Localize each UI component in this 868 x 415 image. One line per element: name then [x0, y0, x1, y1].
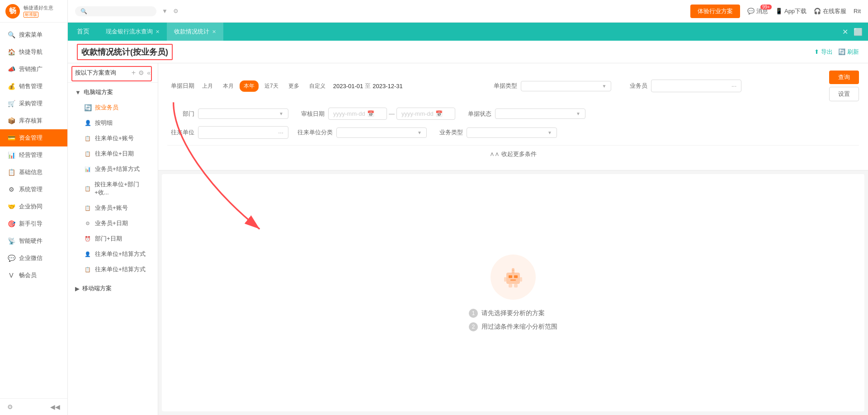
partner-category-label: 往来单位分类	[297, 128, 333, 137]
date-tag-group: 上月 本月 本年 近7天 更多 自定义	[198, 80, 330, 92]
scheme-item-partner-dept-collect[interactable]: 📋 按往来单位+部门+收...	[68, 177, 158, 200]
scheme-item-partner-settlement2[interactable]: 📋 往来单位+结算方式	[68, 262, 158, 277]
date-tag-more[interactable]: 更多	[284, 80, 303, 92]
scheme-item-salesperson-settlement[interactable]: 📊 业务员+结算方式	[68, 161, 158, 177]
search-bar-icon: 🔍	[80, 8, 87, 14]
empty-tips: 1 请先选择要分析的方案 2 用过滤条件来缩小分析范围	[469, 309, 557, 331]
sidebar-footer: ⚙ ◀◀	[0, 398, 67, 415]
date-tag-7days[interactable]: 近7天	[260, 80, 283, 92]
audit-date-end-input[interactable]: yyyy-mm-dd 📅	[396, 108, 455, 120]
user-avatar[interactable]: Rit	[854, 8, 861, 14]
trial-button[interactable]: 体验行业方案	[690, 5, 740, 18]
sidebar-item-inventory[interactable]: 📦 库存核算	[0, 112, 67, 129]
date-label: 单据日期	[167, 82, 194, 90]
collapse-more-conditions[interactable]: ∧∧ 收起更多条件	[167, 145, 859, 163]
date-tag-custom[interactable]: 自定义	[305, 80, 330, 92]
sidebar-item-operations[interactable]: 📊 经营管理	[0, 146, 67, 164]
sidebar-item-system[interactable]: ⚙ 系统管理	[0, 181, 67, 198]
tab-bank-flow[interactable]: 现金银行流水查询 ✕	[99, 23, 167, 41]
sidebar-item-member[interactable]: V 畅会员	[0, 267, 67, 284]
dept-select[interactable]: ▼	[198, 108, 288, 119]
form-row-3: 往来单位 ··· 往来单位分类 ▼	[167, 126, 859, 139]
dropdown-arrow-icon[interactable]: ▼	[162, 8, 168, 14]
date-tag-this-month[interactable]: 本月	[219, 80, 238, 92]
settings-footer-icon[interactable]: ⚙	[7, 403, 13, 410]
doc-status-form-item: 单据状态 ▼	[464, 108, 585, 119]
scheme-section-mobile: ▶ 移动端方案	[68, 279, 158, 298]
biz-type-dropdown-icon: ▼	[547, 130, 552, 135]
doc-type-select[interactable]: ▼	[521, 81, 611, 91]
tab-home[interactable]: 首页	[68, 23, 99, 41]
scheme-section-desktop-header[interactable]: ▼ 电脑端方案	[68, 85, 158, 100]
scheme-section-mobile-header[interactable]: ▶ 移动端方案	[68, 281, 158, 296]
maximize-icon[interactable]: ⬜	[854, 28, 863, 36]
sidebar-item-guide[interactable]: 🎯 新手引导	[0, 215, 67, 232]
scheme-add-icon[interactable]: +	[132, 69, 136, 77]
content-area: 按以下方案查询 + ⚙ « ▼ 电脑端方案 🔄	[68, 63, 868, 415]
sidebar-item-search[interactable]: 🔍 搜索菜单	[0, 26, 67, 43]
sidebar-item-quicknav[interactable]: 🏠 快捷导航	[0, 43, 67, 61]
partner-category-form-item: 往来单位分类 ▼	[297, 127, 427, 138]
scheme-item-partner-account[interactable]: 📋 往来单位+账号	[68, 131, 158, 146]
date-end-value: 2023-12-31	[373, 83, 403, 90]
sidebar-item-sales[interactable]: 💰 销售管理	[0, 78, 67, 95]
scheme-settings-icon[interactable]: ⚙	[138, 69, 144, 76]
export-button[interactable]: ⬆ 导出	[814, 48, 833, 56]
empty-icon	[491, 255, 536, 300]
logo-area: 畅 畅捷通好生意 标准版	[0, 0, 67, 23]
app-download-item[interactable]: 📱 App下载	[775, 7, 807, 15]
logo-text: 畅捷通好生意 标准版	[24, 5, 53, 18]
scheme-item-salesperson-date[interactable]: ⚙ 业务员+日期	[68, 216, 158, 231]
audit-date-start-input[interactable]: yyyy-mm-dd 📅	[328, 108, 387, 120]
biz-type-select[interactable]: ▼	[467, 127, 557, 138]
date-form-item: 单据日期 上月 本月 本年 近7天 更多 自定义 2023-01-01	[167, 80, 403, 92]
expand-icon: ▼	[75, 89, 81, 96]
scheme-item-by-detail[interactable]: 👤 按明细	[68, 115, 158, 131]
sidebar-item-finance[interactable]: 💳 资金管理	[0, 129, 67, 146]
scheme-item-by-salesperson[interactable]: 🔄 按业务员	[68, 100, 158, 115]
sidebar-item-basicinfo[interactable]: 📋 基础信息	[0, 164, 67, 181]
settings-button[interactable]: 设置	[829, 87, 859, 101]
tab-close-bank-flow[interactable]: ✕	[156, 29, 160, 35]
guide-icon: 🎯	[7, 220, 15, 228]
message-icon: 💬	[747, 8, 755, 14]
member-icon: V	[7, 271, 15, 279]
online-service-item[interactable]: 🎧 在线客服	[814, 7, 846, 15]
refresh-button[interactable]: 🔄 刷新	[838, 48, 859, 56]
date-tag-last-month[interactable]: 上月	[198, 80, 217, 92]
scheme-collapse-icon[interactable]: «	[147, 69, 151, 76]
page-header: 收款情况统计(按业务员) ⬆ 导出 🔄 刷新	[68, 41, 868, 63]
sidebar-item-wechat[interactable]: 💬 企业微信	[0, 250, 67, 267]
doc-status-select[interactable]: ▼	[495, 108, 585, 119]
robot-icon	[500, 264, 527, 291]
partner-label: 往来单位	[167, 128, 194, 137]
query-form: 单据日期 上月 本月 本年 近7天 更多 自定义 2023-01-01	[158, 63, 868, 170]
scheme-item-partner-date[interactable]: 📋 往来单位+日期	[68, 146, 158, 161]
doc-status-label: 单据状态	[464, 110, 491, 118]
scheme-item-salesperson-account[interactable]: 📋 业务员+账号	[68, 200, 158, 216]
scheme-item-partner-settlement1[interactable]: 👤 往来单位+结算方式	[68, 246, 158, 262]
settings-topbar-icon[interactable]: ⚙	[173, 8, 179, 14]
salesperson-select[interactable]: ···	[651, 80, 741, 92]
collapse-sidebar-icon[interactable]: ◀◀	[50, 403, 60, 410]
audit-date-label: 审核日期	[297, 110, 325, 118]
top-search-bar[interactable]: 🔍	[75, 6, 156, 16]
tab-close-collection-stat[interactable]: ✕	[212, 29, 216, 35]
close-window-icon[interactable]: ✕	[842, 28, 848, 36]
sidebar-item-hardware[interactable]: 📡 智能硬件	[0, 232, 67, 250]
tab-collection-stat[interactable]: 收款情况统计 ✕	[167, 23, 223, 41]
date-tag-this-year[interactable]: 本年	[240, 80, 259, 92]
sidebar-item-purchase[interactable]: 🛒 采购管理	[0, 95, 67, 112]
scheme-item-icon-ps1: 👤	[84, 250, 91, 258]
query-panel: 单据日期 上月 本月 本年 近7天 更多 自定义 2023-01-01	[158, 63, 868, 415]
partner-category-select[interactable]: ▼	[336, 127, 427, 138]
scheme-panel-header: 按以下方案查询 + ⚙ «	[68, 63, 158, 83]
sidebar-item-marketing[interactable]: 📣 营销推广	[0, 61, 67, 78]
sales-icon: 💰	[7, 82, 15, 90]
scheme-item-dept-date[interactable]: ⏰ 部门+日期	[68, 231, 158, 246]
partner-select[interactable]: ···	[198, 126, 288, 139]
query-button[interactable]: 查询	[829, 71, 859, 84]
messages-item[interactable]: 💬 消息 99+	[747, 7, 768, 15]
sidebar-item-enterprise[interactable]: 🤝 企业协同	[0, 198, 67, 215]
purchase-icon: 🛒	[7, 99, 15, 108]
